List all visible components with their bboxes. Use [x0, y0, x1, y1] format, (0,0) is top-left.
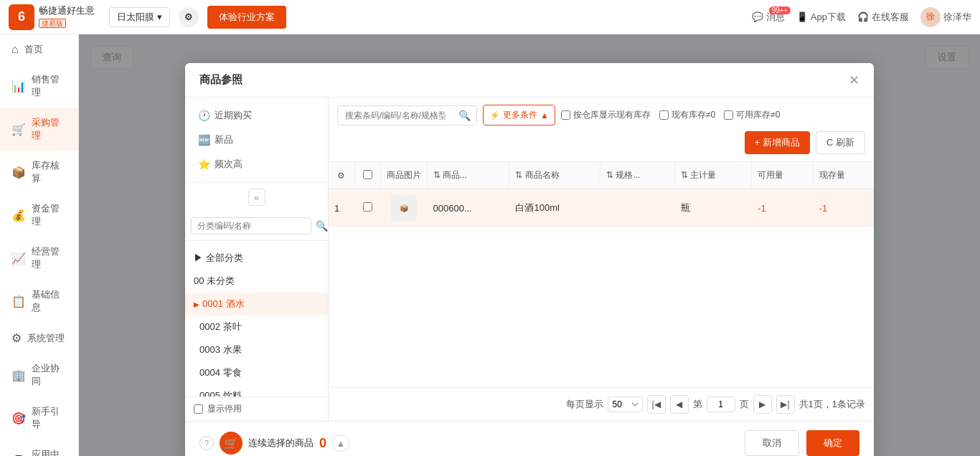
- prev-page-button[interactable]: ◀: [670, 395, 689, 414]
- category-beverage[interactable]: 0005 饮料: [185, 384, 328, 396]
- collab-icon: 🏢: [11, 369, 26, 382]
- select-all-checkbox[interactable]: [363, 170, 372, 179]
- next-page-button[interactable]: ▶: [753, 395, 772, 414]
- checkbox-available-not-zero[interactable]: 可用库存≠0: [724, 109, 780, 121]
- first-page-button[interactable]: |◀: [647, 395, 666, 414]
- per-page-select[interactable]: 50 10 20 100: [608, 396, 643, 412]
- cart-icon: 🛒: [220, 432, 242, 455]
- sidebar-item-inventory[interactable]: 📦 库存核算: [0, 151, 78, 194]
- sidebar-item-collab[interactable]: 🏢 企业协同: [0, 353, 78, 396]
- sidebar-item-operation[interactable]: 📈 经营管理: [0, 237, 78, 280]
- refresh-button[interactable]: C 刷新: [816, 131, 865, 154]
- sidebar-item-basic-info[interactable]: 📋 基础信息: [0, 280, 78, 323]
- checkbox-warehouse-input[interactable]: [561, 110, 570, 120]
- system-icon: ⚙: [11, 331, 22, 345]
- checkbox-stock-not-zero[interactable]: 现有库存≠0: [659, 109, 715, 121]
- tab-frequent[interactable]: ⭐ 频次高: [191, 152, 322, 176]
- last-page-button[interactable]: ▶|: [776, 395, 795, 414]
- category-fruit[interactable]: 0003 水果: [185, 338, 328, 361]
- th-available: 可用量: [752, 162, 814, 189]
- td-product-name: 白酒100ml: [509, 189, 600, 227]
- tree-uncategorized-label: 00 未分类: [194, 275, 235, 288]
- sidebar-item-home[interactable]: ⌂ 首页: [0, 34, 78, 65]
- tree-liquor-label: 0001 酒水: [202, 298, 245, 310]
- sidebar-item-system[interactable]: ⚙ 系统管理: [0, 323, 78, 353]
- sidebar-item-apps-label: 应用中心: [32, 448, 67, 456]
- clock-icon: 🕐: [198, 110, 210, 121]
- table-row[interactable]: 1 📦 000600... 白酒100ml: [329, 189, 874, 227]
- inventory-icon: 📦: [11, 166, 26, 179]
- logo-sub: 捷易版: [39, 19, 66, 28]
- modal-dialog: 商品参照 ✕ 🕐 近期购买 🆕: [185, 63, 874, 456]
- tree-snack-label: 0004 零食: [199, 366, 242, 379]
- category-uncategorized[interactable]: 00 未分类: [185, 270, 328, 293]
- row-checkbox[interactable]: [363, 202, 372, 212]
- app-download-nav-item[interactable]: 📱 App下载: [796, 11, 846, 24]
- checkbox-stock-not-zero-input[interactable]: [659, 110, 669, 120]
- username-label: 徐泽华: [943, 11, 971, 24]
- sidebar-item-operation-label: 经营管理: [32, 245, 67, 271]
- page-number-input[interactable]: [707, 396, 735, 412]
- logo-icon: 6: [9, 4, 34, 30]
- nav-right: 💬 消息 99++ 📱 App下载 🎧 在线客服 徐 徐泽华: [752, 7, 971, 27]
- collapse-arrow-button[interactable]: ▲: [332, 434, 349, 452]
- mobile-icon: 📱: [796, 11, 808, 22]
- modal-header: 商品参照 ✕: [185, 63, 874, 98]
- finance-icon: 💰: [11, 209, 26, 222]
- sidebar-item-apps[interactable]: 📱 应用中心: [0, 440, 78, 456]
- tree-fruit-label: 0003 水果: [199, 343, 242, 356]
- logo-text: 畅捷通好生意: [39, 5, 95, 17]
- category-tea[interactable]: 0002 茶叶: [185, 315, 328, 338]
- messages-nav-item[interactable]: 💬 消息 99++: [752, 11, 785, 24]
- nav-dropdown[interactable]: 日太阳膜 ▾: [109, 7, 170, 27]
- category-search-input[interactable]: [191, 217, 311, 234]
- cta-button[interactable]: 体验行业方案: [207, 6, 286, 29]
- checkbox-available-not-zero-input[interactable]: [724, 110, 733, 120]
- user-nav-item[interactable]: 徐 徐泽华: [920, 7, 971, 27]
- tree-all-label: ▶ 全部分类: [194, 252, 243, 265]
- th-product-image: 商品图片: [380, 162, 427, 189]
- category-snack[interactable]: 0004 零食: [185, 361, 328, 384]
- th-spec[interactable]: ⇅ 规格...: [600, 162, 675, 189]
- show-disabled-area: 显示停用: [185, 396, 328, 421]
- collapse-button[interactable]: «: [248, 189, 265, 206]
- footer-buttons: 取消 确定: [745, 430, 859, 456]
- tab-new-products[interactable]: 🆕 新品: [191, 128, 322, 152]
- sidebar-item-sales[interactable]: 📊 销售管理: [0, 65, 78, 108]
- td-unit: 瓶: [675, 189, 752, 227]
- cancel-button[interactable]: 取消: [745, 430, 799, 456]
- checkbox-warehouse[interactable]: 按仓库显示现有库存: [561, 109, 651, 121]
- cart-text-label: 连续选择的商品: [248, 437, 314, 450]
- product-search-button[interactable]: 🔍: [453, 106, 476, 125]
- more-filter-button[interactable]: ⚡ 更多条件 ▲: [483, 105, 555, 125]
- category-search-area: 🔍: [185, 212, 328, 241]
- td-checkbox[interactable]: [354, 189, 380, 227]
- add-product-button[interactable]: + 新增商品: [745, 131, 810, 154]
- sidebar-item-purchase[interactable]: 🛒 采购管理: [0, 108, 78, 151]
- confirm-button[interactable]: 确定: [806, 430, 859, 456]
- online-service-label: 在线客服: [872, 11, 909, 24]
- category-all[interactable]: ▶ 全部分类: [185, 247, 328, 270]
- user-avatar: 徐: [920, 7, 941, 27]
- settings-icon[interactable]: ⚙: [179, 7, 199, 27]
- sales-icon: 📊: [11, 80, 26, 93]
- show-disabled-checkbox[interactable]: [194, 404, 203, 414]
- th-product-name[interactable]: ⇅ 商品名称: [509, 162, 600, 189]
- sidebar-item-guide[interactable]: 🎯 新手引导: [0, 396, 78, 440]
- th-unit[interactable]: ⇅ 主计量: [675, 162, 752, 189]
- sidebar-item-system-label: 系统管理: [27, 332, 65, 345]
- modal-close-button[interactable]: ✕: [849, 74, 859, 87]
- category-search-icon[interactable]: 🔍: [316, 220, 328, 232]
- checkbox-stock-not-zero-label: 现有库存≠0: [672, 109, 715, 121]
- online-service-nav-item[interactable]: 🎧 在线客服: [857, 11, 909, 24]
- per-page-label: 每页显示: [566, 398, 603, 411]
- filter-label: 更多条件: [503, 109, 537, 121]
- help-icon[interactable]: ?: [199, 436, 214, 450]
- sidebar-item-finance[interactable]: 💰 资金管理: [0, 194, 78, 237]
- checkbox-warehouse-label: 按仓库显示现有库存: [573, 109, 651, 121]
- product-search-input[interactable]: [338, 107, 453, 124]
- product-table-wrap: ⚙ 商品图片: [329, 162, 874, 387]
- category-liquor[interactable]: ▶ 0001 酒水: [185, 293, 328, 315]
- tab-recent-purchase[interactable]: 🕐 近期购买: [191, 103, 322, 128]
- th-product-code[interactable]: ⇅ 商品...: [427, 162, 509, 189]
